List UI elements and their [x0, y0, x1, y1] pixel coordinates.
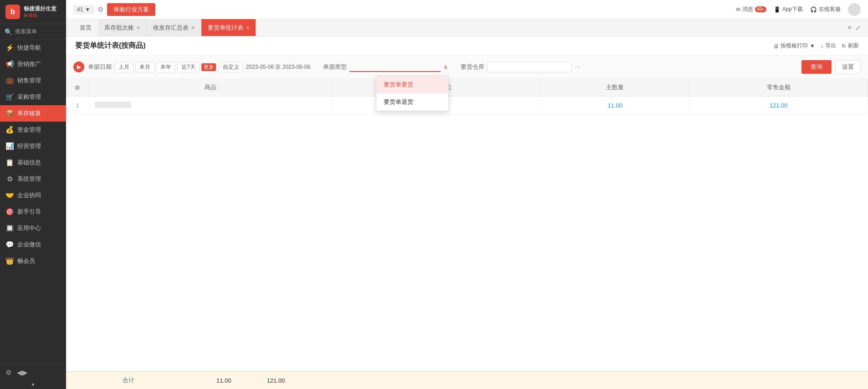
tab-close-batch[interactable]: × [137, 25, 140, 31]
finance-icon: 💰 [5, 126, 14, 134]
sidebar-item-management[interactable]: 📊 经营管理 [0, 138, 66, 154]
sidebar-item-guide[interactable]: 🎯 新手引导 [0, 204, 66, 220]
store-name: 41 [77, 6, 83, 13]
quantity-link[interactable]: 11.00 [608, 102, 623, 109]
sidebar-item-label: 企业微信 [17, 241, 41, 249]
settings-btn[interactable]: 设置 [835, 60, 861, 74]
sidebar-item-marketing[interactable]: 📢 营销推广 [0, 56, 66, 72]
date-quick-btns: 上月 本月 本年 近7天 更多 [114, 62, 216, 72]
type-input[interactable] [349, 62, 441, 72]
sidebar-item-purchase[interactable]: 🛒 采购管理 [0, 89, 66, 105]
date-filter-group: 单据日期 上月 本月 本年 近7天 更多 自定义 2023-05-06 至 20… [88, 62, 310, 72]
sidebar-item-label: 营销推广 [17, 60, 41, 68]
tab-shipment[interactable]: 收发存汇总表 × [147, 19, 201, 36]
sidebar-item-system[interactable]: ⚙ 系统管理 [0, 171, 66, 187]
tab-order-stat[interactable]: 要货单统计表 × [201, 19, 256, 36]
appstore-icon: 🔲 [5, 224, 14, 232]
settings-footer-icon[interactable]: ⚙ [5, 369, 11, 377]
product-cell [89, 97, 332, 114]
collapse-icon[interactable]: ◀▶ [17, 369, 28, 377]
dropdown-item-order-pickup[interactable]: 要货单要货 [376, 76, 448, 93]
sidebar-logo: b 畅捷通好生意 标准版 [0, 0, 66, 24]
sidebar-item-label: 库存核算 [17, 109, 41, 118]
sidebar-item-label: 快捷导航 [17, 44, 41, 52]
main-content: 41 ▼ ⚙ 体验行业方案 ✉ 消息 99+ 📱 App下载 🎧 在线客服 [66, 0, 868, 389]
tab-close-shipment[interactable]: × [191, 25, 195, 31]
sidebar-item-wechat[interactable]: 💬 企业微信 [0, 236, 66, 253]
print-icon: 🖨 [773, 43, 779, 49]
filter-actions: 查询 设置 [801, 60, 861, 74]
last-month-btn[interactable]: 上月 [114, 62, 134, 72]
dropdown-item-order-return[interactable]: 要货单退货 [376, 93, 448, 111]
sales-icon: 💼 [5, 77, 14, 85]
vip-icon: 👑 [5, 257, 14, 265]
sidebar-item-quick-nav[interactable]: ⚡ 快捷导航 [0, 40, 66, 56]
data-table-container: ⚙ 商品 主计量单位 主数量 零售金额 1 块 [66, 79, 868, 371]
wechat-icon: 💬 [5, 241, 14, 249]
warehouse-more-icon[interactable]: ··· [575, 63, 580, 71]
inventory-icon: 📦 [5, 109, 14, 118]
footer-total-label: 合计 [72, 376, 185, 384]
table-row: 1 块 11.00 121.00 [66, 97, 868, 114]
quick-nav-icon: ⚡ [5, 44, 14, 52]
custom-date-btn[interactable]: 自定义 [219, 62, 243, 72]
sidebar-item-vip[interactable]: 👑 畅会员 [0, 253, 66, 269]
sidebar-item-label: 经营管理 [17, 142, 41, 150]
query-btn[interactable]: 查询 [801, 60, 832, 74]
sidebar-item-label: 采购管理 [17, 93, 41, 101]
sidebar-scroll-down[interactable]: ▼ [0, 380, 66, 389]
sidebar-item-appstore[interactable]: 🔲 应用中心 [0, 220, 66, 236]
col-settings[interactable]: ⚙ [66, 79, 89, 97]
sidebar-item-inventory[interactable]: 📦 库存核算 [0, 105, 66, 122]
page-body: 要货单统计表(按商品) 🖨 按模板打印 ▼ ↓ 导出 ↻ 刷新 ▶ [66, 36, 868, 389]
amount-link[interactable]: 121.00 [770, 102, 788, 109]
type-dropdown: 要货单要货 要货单退货 [376, 76, 449, 111]
sidebar-item-enterprise[interactable]: 🤝 企业协同 [0, 187, 66, 204]
marketing-icon: 📢 [5, 60, 14, 68]
tab-close-order-stat[interactable]: × [246, 25, 249, 31]
footer-quantity: 11.00 [216, 377, 231, 384]
export-btn[interactable]: ↓ 导出 [821, 42, 836, 50]
last-7-days-btn[interactable]: 近7天 [177, 62, 200, 72]
sidebar: b 畅捷通好生意 标准版 🔍 搜索菜单 ⚡ 快捷导航 📢 营销推广 💼 销售管理… [0, 0, 66, 389]
app-logo-icon: b [5, 5, 20, 19]
sidebar-item-sales[interactable]: 💼 销售管理 [0, 72, 66, 89]
type-label: 单据类型 [323, 63, 347, 71]
more-date-badge[interactable]: 更多 [201, 63, 216, 71]
tab-batch[interactable]: 库存批次账 × [98, 19, 147, 36]
notice-btn[interactable]: ✉ 消息 99+ [736, 5, 766, 13]
filter-expand-btn[interactable]: ▶ [73, 61, 84, 72]
warehouse-input[interactable] [487, 62, 572, 72]
type-dropdown-icon[interactable]: ∧ [443, 63, 448, 71]
sidebar-item-basic[interactable]: 📋 基础信息 [0, 154, 66, 171]
app-download-btn[interactable]: 📱 App下载 [774, 5, 803, 13]
page-header: 要货单统计表(按商品) 🖨 按模板打印 ▼ ↓ 导出 ↻ 刷新 [66, 36, 868, 56]
type-filter-group: 单据类型 ∧ [323, 62, 448, 72]
app-name: 畅捷通好生意 标准版 [24, 5, 56, 19]
sidebar-item-label: 系统管理 [17, 175, 41, 183]
sidebar-item-label: 畅会员 [17, 257, 35, 265]
sidebar-search[interactable]: 🔍 搜索菜单 [0, 24, 66, 40]
expand-tabs-btn[interactable]: ⤢ [855, 24, 861, 31]
refresh-btn[interactable]: ↻ 刷新 [842, 42, 859, 50]
sidebar-footer: ⚙ ◀▶ [0, 364, 66, 380]
this-year-btn[interactable]: 本年 [156, 62, 175, 72]
notice-icon: ✉ [736, 6, 740, 13]
trial-btn[interactable]: 体验行业方案 [107, 3, 155, 16]
sidebar-item-finance[interactable]: 💰 资金管理 [0, 122, 66, 138]
guide-icon: 🎯 [5, 208, 14, 216]
tab-home[interactable]: 首页 [73, 19, 98, 36]
phone-icon: 📱 [774, 6, 781, 13]
service-btn[interactable]: 🎧 在线客服 [810, 5, 841, 13]
header-gear-icon[interactable]: ⚙ [98, 5, 103, 14]
col-quantity: 主数量 [541, 79, 689, 97]
notice-badge: 99+ [755, 6, 766, 12]
page-title: 要货单统计表(按商品) [75, 41, 773, 51]
print-btn[interactable]: 🖨 按模板打印 ▼ [773, 42, 815, 50]
user-avatar[interactable] [848, 3, 861, 16]
close-all-tabs-btn[interactable]: × [847, 24, 852, 32]
store-selector[interactable]: 41 ▼ [73, 5, 94, 14]
export-icon: ↓ [821, 43, 823, 49]
this-month-btn[interactable]: 本月 [135, 62, 154, 72]
sidebar-item-label: 基础信息 [17, 159, 41, 167]
